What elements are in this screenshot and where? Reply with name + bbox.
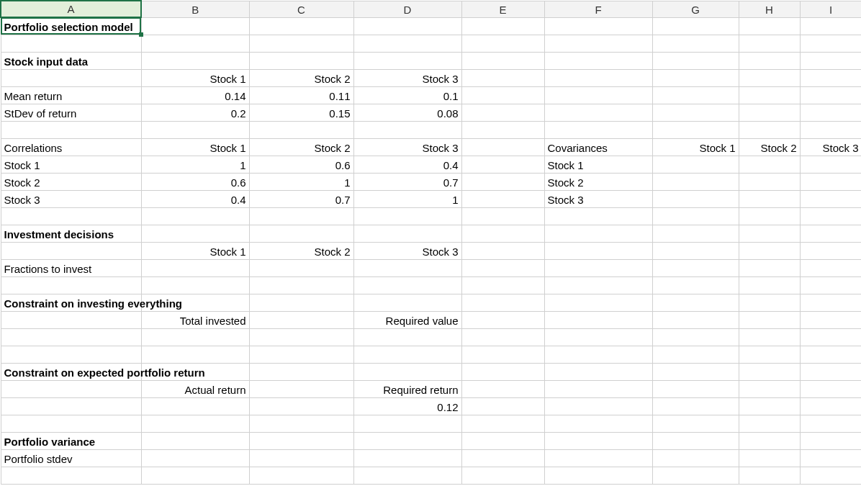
cell-B2[interactable] bbox=[141, 35, 249, 52]
cell-H26[interactable] bbox=[739, 449, 800, 467]
cell-I14[interactable] bbox=[800, 242, 861, 259]
cell-A7[interactable] bbox=[1, 121, 141, 138]
cell-B7[interactable] bbox=[141, 121, 249, 138]
cell-B9[interactable]: 1 bbox=[141, 156, 249, 173]
cell-E9[interactable] bbox=[461, 156, 544, 173]
cell-E15[interactable] bbox=[461, 259, 544, 276]
cell-C27[interactable] bbox=[249, 467, 353, 484]
cell-C3[interactable] bbox=[249, 52, 353, 69]
cell-B11[interactable]: 0.4 bbox=[141, 190, 249, 207]
cell-H6[interactable] bbox=[739, 104, 800, 121]
cell-G6[interactable] bbox=[652, 104, 739, 121]
cell-C13[interactable] bbox=[249, 225, 353, 242]
cell-I16[interactable] bbox=[800, 276, 861, 294]
cell-H20[interactable] bbox=[739, 346, 800, 363]
cell-B22[interactable]: Actual return bbox=[141, 380, 249, 397]
cell-I20[interactable] bbox=[800, 346, 861, 363]
cell-I19[interactable] bbox=[800, 328, 861, 346]
cell-G5[interactable] bbox=[652, 86, 739, 104]
cell-D6[interactable]: 0.08 bbox=[353, 104, 461, 121]
cell-D15[interactable] bbox=[353, 259, 461, 276]
col-header-G[interactable]: G bbox=[652, 1, 739, 17]
cell-A15[interactable]: Fractions to invest bbox=[1, 259, 141, 276]
cell-G18[interactable] bbox=[652, 311, 739, 328]
cell-H19[interactable] bbox=[739, 328, 800, 346]
cell-C25[interactable] bbox=[249, 432, 353, 449]
cell-I5[interactable] bbox=[800, 86, 861, 104]
cell-D9[interactable]: 0.4 bbox=[353, 156, 461, 173]
cell-A2[interactable] bbox=[1, 35, 141, 52]
cell-E21[interactable] bbox=[461, 363, 544, 380]
cell-D27[interactable] bbox=[353, 467, 461, 484]
cell-H22[interactable] bbox=[739, 380, 800, 397]
cell-H1[interactable] bbox=[739, 17, 800, 35]
cell-D23[interactable]: 0.12 bbox=[353, 397, 461, 415]
cell-I6[interactable] bbox=[800, 104, 861, 121]
cell-A4[interactable] bbox=[1, 69, 141, 86]
cell-D13[interactable] bbox=[353, 225, 461, 242]
cell-F26[interactable] bbox=[544, 449, 652, 467]
cell-I27[interactable] bbox=[800, 467, 861, 484]
cell-I3[interactable] bbox=[800, 52, 861, 69]
cell-F21[interactable] bbox=[544, 363, 652, 380]
cell-B8[interactable]: Stock 1 bbox=[141, 138, 249, 156]
cell-H8[interactable]: Stock 2 bbox=[739, 138, 800, 156]
cell-A21[interactable]: Constraint on expected portfolio return bbox=[1, 363, 141, 380]
cell-D16[interactable] bbox=[353, 276, 461, 294]
cell-D4[interactable]: Stock 3 bbox=[353, 69, 461, 86]
cell-A16[interactable] bbox=[1, 276, 141, 294]
cell-H18[interactable] bbox=[739, 311, 800, 328]
cell-A14[interactable] bbox=[1, 242, 141, 259]
cell-G27[interactable] bbox=[652, 467, 739, 484]
col-header-C[interactable]: C bbox=[249, 1, 353, 17]
cell-G8[interactable]: Stock 1 bbox=[652, 138, 739, 156]
cell-I13[interactable] bbox=[800, 225, 861, 242]
cell-B23[interactable] bbox=[141, 397, 249, 415]
cell-G24[interactable] bbox=[652, 415, 739, 432]
cell-A11[interactable]: Stock 3 bbox=[1, 190, 141, 207]
cell-D11[interactable]: 1 bbox=[353, 190, 461, 207]
cell-F17[interactable] bbox=[544, 294, 652, 311]
cell-F18[interactable] bbox=[544, 311, 652, 328]
cell-D19[interactable] bbox=[353, 328, 461, 346]
cell-D1[interactable] bbox=[353, 17, 461, 35]
cell-E3[interactable] bbox=[461, 52, 544, 69]
cell-D8[interactable]: Stock 3 bbox=[353, 138, 461, 156]
cell-D3[interactable] bbox=[353, 52, 461, 69]
cell-B3[interactable] bbox=[141, 52, 249, 69]
cell-H21[interactable] bbox=[739, 363, 800, 380]
cell-C16[interactable] bbox=[249, 276, 353, 294]
cell-C14[interactable]: Stock 2 bbox=[249, 242, 353, 259]
cell-G15[interactable] bbox=[652, 259, 739, 276]
cell-F1[interactable] bbox=[544, 17, 652, 35]
cell-F10[interactable]: Stock 2 bbox=[544, 173, 652, 190]
cell-I24[interactable] bbox=[800, 415, 861, 432]
cell-F9[interactable]: Stock 1 bbox=[544, 156, 652, 173]
cell-G4[interactable] bbox=[652, 69, 739, 86]
cell-F22[interactable] bbox=[544, 380, 652, 397]
cell-C23[interactable] bbox=[249, 397, 353, 415]
cell-I8[interactable]: Stock 3 bbox=[800, 138, 861, 156]
cell-G20[interactable] bbox=[652, 346, 739, 363]
cell-C10[interactable]: 1 bbox=[249, 173, 353, 190]
cell-H17[interactable] bbox=[739, 294, 800, 311]
cell-C15[interactable] bbox=[249, 259, 353, 276]
cell-D2[interactable] bbox=[353, 35, 461, 52]
cell-C12[interactable] bbox=[249, 207, 353, 225]
cell-C6[interactable]: 0.15 bbox=[249, 104, 353, 121]
cell-E24[interactable] bbox=[461, 415, 544, 432]
cell-C19[interactable] bbox=[249, 328, 353, 346]
cell-B1[interactable] bbox=[141, 17, 249, 35]
cell-B15[interactable] bbox=[141, 259, 249, 276]
col-header-E[interactable]: E bbox=[461, 1, 544, 17]
cell-I12[interactable] bbox=[800, 207, 861, 225]
cell-H14[interactable] bbox=[739, 242, 800, 259]
cell-G19[interactable] bbox=[652, 328, 739, 346]
cell-G22[interactable] bbox=[652, 380, 739, 397]
cell-D7[interactable] bbox=[353, 121, 461, 138]
cell-A3[interactable]: Stock input data bbox=[1, 52, 141, 69]
cell-C24[interactable] bbox=[249, 415, 353, 432]
cell-I15[interactable] bbox=[800, 259, 861, 276]
cell-H3[interactable] bbox=[739, 52, 800, 69]
cell-G21[interactable] bbox=[652, 363, 739, 380]
